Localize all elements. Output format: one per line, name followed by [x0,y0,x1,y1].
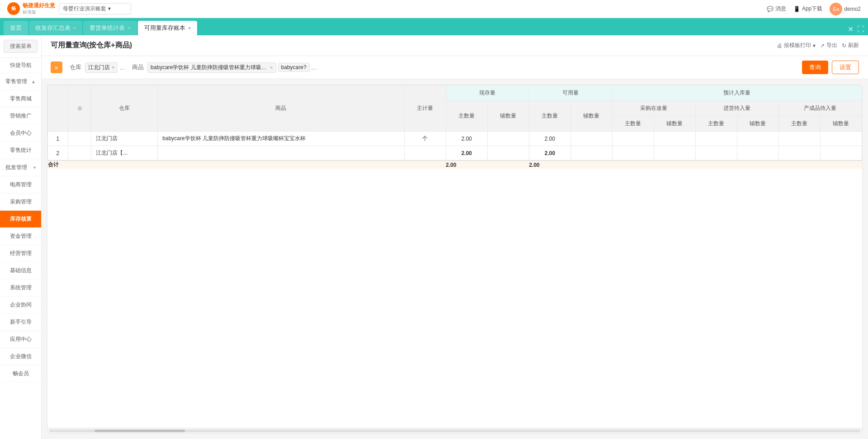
refresh-button[interactable]: ↻ 刷新 [842,42,859,49]
sidebar-item-app-center[interactable]: 应用中心 [0,331,41,348]
product-more-button[interactable]: ... [311,64,317,71]
col-available-main: 主数量 [529,101,571,132]
summary-current-main: 2.00 [446,160,487,169]
sidebar-item-basic-info[interactable]: 基础信息 [0,262,41,279]
cell-unit: 个 [404,132,446,146]
query-button[interactable]: 查询 [802,61,828,74]
col-rownum [48,85,68,132]
horizontal-scrollbar[interactable] [47,428,862,433]
brand-sub: 标准版 [23,9,55,15]
sidebar-item-members[interactable]: 会员中心 [0,125,41,142]
warehouse-more-button[interactable]: ... [119,64,125,71]
cell-pp-main [778,146,820,161]
product-filter: 商品 babycare学饮杯 儿童防摔防撞吸管杯重力球吸嘴杯宝宝水杯 × bab… [132,62,316,73]
window-controls: ✕ ⛶ [848,25,864,35]
cell-current-main: 2.00 [446,146,487,161]
message-button[interactable]: 💬 消息 [767,5,786,13]
tab-home[interactable]: 首页 [4,21,28,35]
col-settings[interactable]: ⚙ [68,85,91,132]
sidebar-item-ecommerce[interactable]: 电商管理 [0,176,41,194]
sidebar-item-enterprise[interactable]: 企业协同 [0,297,41,314]
sidebar-item-new-guide[interactable]: 新手引导 [0,314,41,331]
avatar: Ea [830,3,842,15]
cell-avail-aux [571,146,612,161]
table-row: 1 江北门店 babycare学饮杯 儿童防摔防撞吸管杯重力球吸嘴杯宝宝水杯 个… [48,132,862,146]
product-tag-babycare[interactable]: babycare学饮杯 儿童防摔防撞吸管杯重力球吸嘴杯宝宝水杯 × [147,62,276,73]
product-label: 商品 [132,63,144,71]
cell-ip-aux [737,132,778,146]
col-inbound-pending: 进货待入量 [695,101,778,116]
cell-settings [68,146,91,161]
cell-rownum: 1 [48,132,68,146]
filter-actions: 查询 设置 [802,61,859,74]
summary-avail-main: 2.00 [529,160,571,169]
app-download-button[interactable]: 📱 App下载 [793,5,822,13]
remove-product-tag[interactable]: × [270,65,273,70]
org-selector[interactable]: 母婴行业演示账套 ▾ [59,3,131,14]
brand-icon: 畅 [7,2,20,15]
filter-expand-button[interactable]: » [51,61,62,73]
col-purchase-transit-main: 主数量 [612,116,654,132]
tab-available-stock[interactable]: 可用量库存账本 × [138,21,197,35]
cell-avail-main: 2.00 [529,146,571,161]
tab-receive-summary[interactable]: 收发存汇总表 × [29,21,82,35]
summary-avail-aux [571,160,612,169]
top-bar-right: 💬 消息 📱 App下载 Ea demo2 [767,3,861,15]
cell-product [158,146,404,161]
export-icon: ↗ [820,42,825,49]
remove-warehouse-tag[interactable]: × [112,65,114,70]
summary-pp-aux [820,160,862,169]
export-button[interactable]: ↗ 导出 [820,42,837,49]
sidebar-item-system[interactable]: 系统管理 [0,279,41,297]
search-menu-button[interactable]: 搜索菜单 [4,40,38,53]
col-planned-inbound-group: 预计入库量 [612,85,862,101]
col-current-aux: 辅数量 [487,101,529,132]
page-actions: 🖨 按模板打印 ▾ ↗ 导出 ↻ 刷新 [777,42,859,49]
warehouse-tag-jiangbei[interactable]: 江北门店 × [85,62,118,73]
tab-close-available[interactable]: × [188,25,191,31]
sidebar-item-purchase[interactable]: 采购管理 [0,194,41,211]
sidebar-item-finance[interactable]: 资金管理 [0,228,41,245]
tab-close-order[interactable]: × [127,25,130,31]
cell-avail-aux [571,132,612,146]
scrollbar-track [49,430,860,432]
summary-ip-aux [737,160,778,169]
scrollbar-thumb[interactable] [94,430,185,432]
sidebar-item-member-plus[interactable]: 畅会员 [0,365,41,382]
tab-close-receive[interactable]: × [73,25,76,31]
col-inbound-pending-aux: 辅数量 [737,116,778,132]
col-available-group: 可用量 [529,85,612,101]
sidebar-item-wholesale[interactable]: 批发管理 ▾ [0,159,41,176]
cell-ip-main [695,146,737,161]
product-tag-babycare2[interactable]: babycare? [278,63,310,72]
summary-current-aux [487,160,529,169]
tab-order-stats[interactable]: 要货单统计表 × [83,21,137,35]
sidebar-item-retail-mgmt[interactable]: 零售管理 ▲ [0,73,41,90]
brand-name: 畅捷通好生意 [23,2,55,9]
chevron-down-icon: ▾ [108,5,111,12]
window-max-icon[interactable]: ⛶ [857,25,864,33]
cell-current-aux [487,132,529,146]
window-close-icon[interactable]: ✕ [848,25,854,33]
chevron-down-icon: ▾ [813,42,816,49]
summary-ip-main [695,160,737,169]
sidebar-item-quick-nav[interactable]: 快捷导航 [0,58,41,73]
stock-table: ⚙ 仓库 商品 主计量 现存量 可用量 预计入库量 主数量 辅数量 主数量 辅数… [47,85,862,169]
brand-logo: 畅 畅捷通好生意 标准版 [7,2,55,15]
sidebar-item-retail-mall[interactable]: 零售商城 [0,90,41,108]
user-profile[interactable]: Ea demo2 [830,3,861,15]
template-print-button[interactable]: 🖨 按模板打印 ▾ [777,42,816,49]
cell-avail-main: 2.00 [529,132,571,146]
sidebar-item-marketing[interactable]: 营销推广 [0,108,41,125]
sidebar-item-inventory[interactable]: 库存核算 [0,211,41,228]
settings-icon[interactable]: ⚙ [77,105,82,112]
cell-pp-main [778,132,820,146]
page-title: 可用量查询(按仓库+商品) [51,41,132,50]
col-warehouse: 仓库 [91,85,158,132]
sidebar-item-enterprise-wechat[interactable]: 企业微信 [0,348,41,365]
setting-button[interactable]: 设置 [832,61,859,74]
cell-pt-main [612,146,654,161]
sidebar-item-operations[interactable]: 经营管理 [0,245,41,262]
col-current-main: 主数量 [446,101,487,132]
sidebar-item-retail-stats[interactable]: 零售统计 [0,142,41,159]
